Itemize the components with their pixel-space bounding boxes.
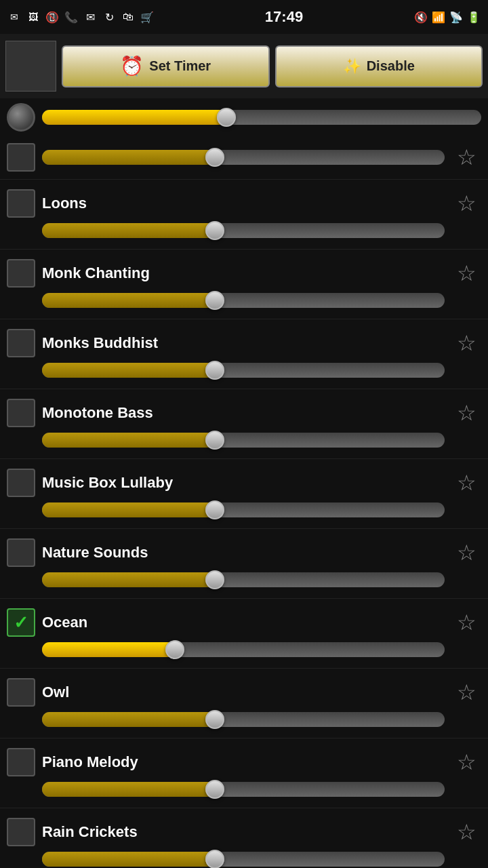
favorite-button-ocean[interactable]: ☆	[451, 608, 481, 637]
checkbox-rain-crickets[interactable]	[7, 818, 35, 846]
star-icon-piano-melody: ☆	[457, 749, 476, 775]
shop2-icon: 🛒	[140, 9, 155, 24]
checkbox-monks-buddhist[interactable]	[7, 329, 35, 357]
slider-monks-buddhist[interactable]	[42, 361, 445, 380]
slider-rain-crickets[interactable]	[42, 850, 445, 868]
slider-fill-0	[42, 150, 215, 165]
star-icon-ocean: ☆	[457, 610, 476, 635]
sound-item-piano-melody: Piano Melody ☆	[0, 738, 488, 808]
sound-item-rain-crickets: Rain Crickets ☆	[0, 808, 488, 868]
sound-name-piano-melody: Piano Melody	[42, 753, 445, 771]
checkbox-nature-sounds[interactable]	[7, 538, 35, 567]
disable-label: Disable	[367, 58, 415, 74]
slider-ocean[interactable]	[42, 640, 445, 659]
slider-track-0	[42, 150, 445, 165]
star-icon-loons: ☆	[457, 191, 476, 216]
checkbox-music-box-lullaby[interactable]	[7, 469, 35, 497]
battery-icon: 🔋	[466, 9, 481, 24]
sound-item-monotone-bass: Monotone Bass ☆	[0, 389, 488, 459]
sounds-list: ☆ Loons ☆ Monk Chanting ☆	[0, 136, 488, 868]
sound-name-monotone-bass: Monotone Bass	[42, 404, 445, 422]
sound-name-rain-crickets: Rain Crickets	[42, 823, 445, 841]
refresh-icon: ↻	[102, 9, 117, 24]
master-knob[interactable]	[7, 103, 35, 132]
album-art	[5, 41, 56, 92]
checkbox-loons[interactable]	[7, 189, 35, 218]
star-icon-rain-crickets: ☆	[457, 819, 476, 845]
master-slider-track	[42, 110, 481, 125]
image-icon: 🖼	[26, 9, 41, 24]
favorite-button-piano-melody[interactable]: ☆	[451, 747, 481, 777]
sound-name-nature-sounds: Nature Sounds	[42, 544, 445, 561]
mute-icon: 🔇	[413, 9, 428, 24]
call-end-icon: 📵	[45, 9, 60, 24]
sound-item-nature-sounds: Nature Sounds ☆	[0, 529, 488, 599]
slider-monk-chanting[interactable]	[42, 291, 445, 310]
favorite-button-owl[interactable]: ☆	[451, 677, 481, 707]
star-icon-music-box-lullaby: ☆	[457, 470, 476, 496]
gmail-icon: ✉	[7, 9, 22, 24]
sound-name-monk-chanting: Monk Chanting	[42, 264, 445, 282]
favorite-button-loons[interactable]: ☆	[451, 189, 481, 218]
slider-music-box-lullaby[interactable]	[42, 500, 445, 519]
favorite-button-monotone-bass[interactable]: ☆	[451, 398, 481, 428]
disable-button[interactable]: ✨ Disable	[275, 45, 483, 87]
slider-owl[interactable]	[42, 710, 445, 729]
sound-item-music-box-lullaby: Music Box Lullaby ☆	[0, 459, 488, 529]
slider-thumb-0[interactable]	[205, 148, 224, 167]
status-icons-right: 🔇 📶 📡 🔋	[413, 9, 481, 24]
shop-icon: 🛍	[121, 9, 136, 24]
sound-name-loons: Loons	[42, 195, 445, 212]
favorite-button-monks-buddhist[interactable]: ☆	[451, 328, 481, 358]
checkbox-ocean[interactable]: ✓	[7, 608, 35, 637]
star-icon-owl: ☆	[457, 679, 476, 705]
checkbox-0[interactable]	[7, 143, 35, 172]
sound-item-ocean: ✓ Ocean ☆	[0, 599, 488, 669]
checkbox-piano-melody[interactable]	[7, 748, 35, 776]
signal-icon: 📡	[449, 9, 464, 24]
sound-name-ocean: Ocean	[42, 614, 445, 631]
sound-item-0: ☆	[0, 136, 488, 180]
checkmark-ocean: ✓	[14, 612, 28, 633]
sound-item-monk-chanting: Monk Chanting ☆	[0, 250, 488, 319]
sound-name-monks-buddhist: Monks Buddhist	[42, 334, 445, 352]
favorite-button-nature-sounds[interactable]: ☆	[451, 538, 481, 568]
slider-piano-melody[interactable]	[42, 780, 445, 799]
star-icon-0: ☆	[457, 144, 476, 170]
call-forward-icon: 📞	[64, 9, 79, 24]
favorite-button-rain-crickets[interactable]: ☆	[451, 817, 481, 847]
sound-name-music-box-lullaby: Music Box Lullaby	[42, 474, 445, 492]
star-icon-monks-buddhist: ☆	[457, 330, 476, 356]
timer-label: Set Timer	[149, 58, 211, 74]
favorite-button-music-box-lullaby[interactable]: ☆	[451, 468, 481, 498]
star-icon-monotone-bass: ☆	[457, 400, 476, 426]
checkbox-monk-chanting[interactable]	[7, 259, 35, 288]
star-icon-monk-chanting: ☆	[457, 260, 476, 286]
slider-loons[interactable]	[42, 221, 445, 240]
set-timer-button[interactable]: ⏰ Set Timer	[62, 45, 270, 87]
sms-icon: ✉	[83, 9, 98, 24]
master-slider-fill	[42, 110, 226, 125]
status-icons-left: ✉ 🖼 📵 📞 ✉ ↻ 🛍 🛒	[7, 9, 155, 24]
slider-0[interactable]	[42, 148, 445, 167]
master-volume-slider[interactable]	[42, 108, 481, 127]
master-slider-thumb[interactable]	[217, 108, 236, 127]
slider-monotone-bass[interactable]	[42, 431, 445, 450]
master-volume-row	[0, 98, 488, 136]
sound-name-owl: Owl	[42, 684, 445, 701]
checkbox-owl[interactable]	[7, 678, 35, 707]
slider-nature-sounds[interactable]	[42, 570, 445, 589]
status-bar: ✉ 🖼 📵 📞 ✉ ↻ 🛍 🛒 17:49 🔇 📶 📡 🔋	[0, 0, 488, 34]
top-controls: ⏰ Set Timer ✨ Disable	[0, 34, 488, 98]
favorite-button-0[interactable]: ☆	[451, 142, 481, 172]
disable-icon: ✨	[343, 58, 361, 75]
favorite-button-monk-chanting[interactable]: ☆	[451, 258, 481, 288]
sound-item-owl: Owl ☆	[0, 669, 488, 738]
star-icon-nature-sounds: ☆	[457, 540, 476, 566]
sound-item-loons: Loons ☆	[0, 180, 488, 250]
sound-item-monks-buddhist: Monks Buddhist ☆	[0, 319, 488, 389]
status-time: 17:49	[265, 8, 303, 26]
timer-icon: ⏰	[120, 55, 144, 77]
wifi-icon: 📶	[431, 9, 446, 24]
checkbox-monotone-bass[interactable]	[7, 399, 35, 427]
